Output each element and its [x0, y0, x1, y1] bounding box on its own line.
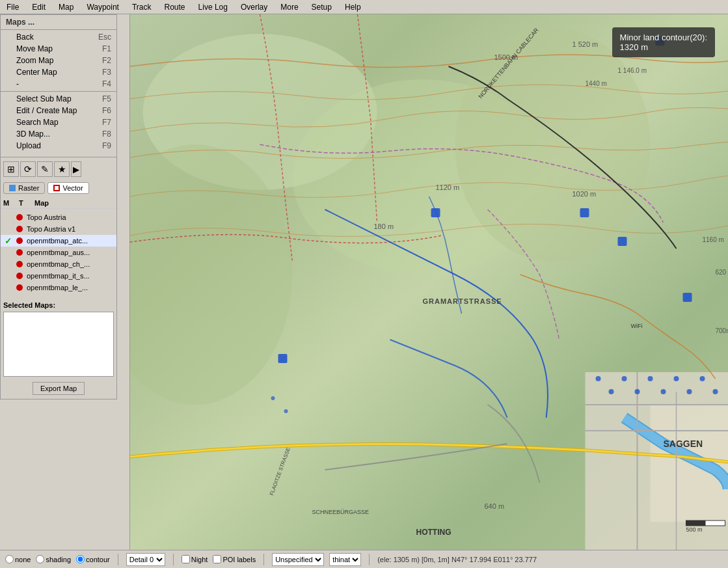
svg-rect-32 [278, 354, 288, 363]
dropdown-back[interactable]: BackEsc [1, 31, 116, 43]
svg-rect-36 [686, 521, 706, 526]
svg-text:1 146.0 m: 1 146.0 m [618, 67, 647, 74]
separator-2 [173, 554, 174, 565]
night-checkbox-label[interactable]: Night [182, 555, 208, 563]
svg-text:500 m: 500 m [686, 526, 703, 533]
separator-3 [263, 554, 264, 565]
dropdown-separator-1 [1, 29, 116, 30]
dropdown-search-map[interactable]: Search MapF7 [1, 116, 116, 128]
menu-waypoint[interactable]: Waypoint [83, 1, 123, 13]
selected-maps-box [3, 312, 114, 377]
col-t-header: T [19, 199, 29, 207]
svg-point-4 [455, 27, 651, 262]
map-area[interactable]: 1 520 m 1500 m 1440 m 1 146.0 m 1120 m 1… [130, 14, 728, 550]
vector-icon [53, 185, 60, 191]
menu-help[interactable]: Help [341, 1, 365, 13]
svg-text:1020 m: 1020 m [573, 190, 597, 198]
dropdown-edit-create[interactable]: Edit / Create MapF6 [1, 105, 116, 116]
map-list-header: M T Map [1, 198, 116, 209]
svg-text:700m: 700m [716, 327, 729, 334]
toolbar-edit-btn[interactable]: ✎ [37, 161, 53, 177]
menu-file[interactable]: File [3, 1, 23, 13]
map-type-1 [15, 224, 24, 234]
map-type-4 [15, 260, 24, 269]
menu-setup[interactable]: Setup [308, 1, 336, 13]
map-name-1: Topo Austria v1 [27, 225, 114, 233]
profile-select[interactable]: thinat [329, 553, 361, 566]
menu-map[interactable]: Map [55, 1, 77, 13]
dropdown-zoom-map[interactable]: Zoom MapF2 [1, 55, 116, 66]
svg-point-53 [713, 389, 718, 394]
svg-text:SCHNEEBÜRGASSE: SCHNEEBÜRGASSE [312, 509, 370, 515]
toolbar-grid-btn[interactable]: ⊞ [3, 161, 19, 177]
map-name-6: openmtbmap_le_... [27, 284, 114, 291]
dropdown-f4[interactable]: -F4 [1, 78, 116, 90]
map-check-4 [3, 260, 12, 269]
toolbar-refresh-btn[interactable]: ⟳ [20, 161, 36, 177]
toolbar-star-btn[interactable]: ★ [54, 161, 70, 177]
export-map-button[interactable]: Export Map [33, 382, 85, 395]
svg-text:180 m: 180 m [374, 223, 394, 230]
coord-info: (ele: 1305 m) [0m, 1m] N47° 17.994 E011°… [377, 556, 537, 563]
dropdown-select-sub[interactable]: Select Sub MapF5 [1, 93, 116, 105]
tab-raster[interactable]: Raster [3, 182, 45, 194]
radio-shading[interactable]: shading [36, 555, 71, 563]
tooltip-value: 1320 m [620, 42, 707, 52]
map-check-3 [3, 248, 12, 257]
maps-dropdown-header: Maps ... [1, 16, 116, 28]
tab-vector[interactable]: Vector [47, 182, 88, 194]
menu-more[interactable]: More [276, 1, 302, 13]
poi-checkbox[interactable] [213, 555, 221, 563]
svg-text:HOTTING: HOTTING [416, 528, 452, 537]
map-check-6 [3, 283, 12, 292]
menu-livelog[interactable]: Live Log [195, 1, 232, 13]
map-tooltip: Minor land contour(20): 1320 m [612, 27, 715, 57]
svg-rect-29 [431, 208, 440, 217]
map-name-4: openmtbmap_ch_... [27, 260, 114, 268]
map-row-3[interactable]: openmtbmap_aus... [1, 247, 116, 258]
map-row-4[interactable]: openmtbmap_ch_... [1, 258, 116, 270]
menu-track[interactable]: Track [128, 1, 155, 13]
svg-text:640 m: 640 m [485, 502, 505, 510]
svg-point-52 [700, 376, 705, 381]
svg-point-55 [284, 409, 288, 413]
unspecified-select[interactable]: Unspecified [272, 553, 324, 566]
dropdown-3d-map[interactable]: 3D Map...F8 [1, 128, 116, 140]
map-row-1[interactable]: Topo Austria v1 [1, 223, 116, 235]
map-row-0[interactable]: Topo Austria [1, 211, 116, 223]
map-row-5[interactable]: openmtbmap_it_s... [1, 270, 116, 282]
map-row-2[interactable]: ✓ openmtbmap_atc... [1, 235, 116, 247]
menu-edit[interactable]: Edit [28, 1, 49, 13]
dropdown-separator-2 [1, 91, 116, 92]
svg-point-46 [622, 376, 627, 381]
svg-point-51 [687, 389, 692, 394]
menu-overlay[interactable]: Overlay [237, 1, 271, 13]
selected-maps-label: Selected Maps: [3, 301, 114, 309]
poi-checkbox-label[interactable]: POI labels [213, 555, 256, 563]
radio-contour-label: contour [86, 556, 110, 563]
map-type-2 [15, 236, 24, 245]
col-m-header: M [3, 199, 14, 207]
toolbar-arrow-btn[interactable]: ▶ [71, 161, 81, 177]
radio-contour-input[interactable] [76, 555, 85, 563]
dropdown-move-map[interactable]: Move MapF1 [1, 43, 116, 55]
radio-contour[interactable]: contour [76, 555, 110, 563]
map-toolbar: ⊞ ⟳ ✎ ★ ▶ [1, 160, 116, 178]
map-check-0 [3, 213, 12, 222]
dropdown-center-map[interactable]: Center MapF3 [1, 66, 116, 78]
radio-shading-input[interactable] [36, 555, 44, 563]
menu-route[interactable]: Route [161, 1, 189, 13]
svg-point-48 [648, 376, 653, 381]
map-row-6[interactable]: openmtbmap_le_... [1, 282, 116, 293]
svg-text:SAGGEN: SAGGEN [664, 439, 703, 449]
radio-none[interactable]: none [5, 555, 31, 563]
radio-none-input[interactable] [5, 555, 14, 563]
map-check-2: ✓ [3, 236, 12, 245]
dropdown-upload[interactable]: UploadF9 [1, 140, 116, 152]
svg-point-49 [661, 389, 666, 394]
detail-select[interactable]: Detail 0 Detail 1 Detail 2 Detail 3 Deta… [126, 553, 165, 566]
night-checkbox[interactable] [182, 555, 190, 563]
svg-text:WiFi: WiFi [631, 323, 643, 329]
radio-shading-label: shading [46, 556, 71, 563]
svg-text:1160 m: 1160 m [703, 236, 724, 243]
